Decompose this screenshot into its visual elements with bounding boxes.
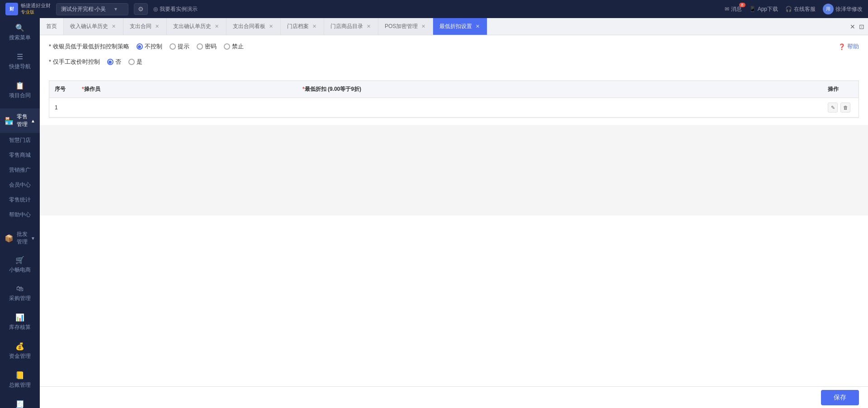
- member-label: 会员中心: [9, 181, 31, 189]
- tab-pos-password-close[interactable]: ✕: [420, 23, 426, 29]
- app-download-label: App下载: [758, 5, 778, 13]
- discount-strategy-radio-group: 不控制 提示 密码 禁止: [137, 42, 244, 51]
- radio-no-control-btn[interactable]: [137, 43, 143, 50]
- radio-manual-no[interactable]: 否: [107, 58, 121, 66]
- retail-mall-label: 零售商城: [9, 151, 31, 159]
- manual-price-row: * 仅手工改价时控制 否 是: [49, 58, 859, 66]
- radio-password[interactable]: 密码: [197, 42, 217, 51]
- tab-store-product-close[interactable]: ✕: [366, 23, 372, 29]
- sidebar-item-inventory[interactable]: 📊 库存核算: [0, 308, 40, 337]
- edit-row-button[interactable]: ✎: [828, 103, 838, 113]
- tab-min-discount-label: 最低折扣设置: [439, 23, 472, 30]
- radio-remind[interactable]: 提示: [170, 42, 189, 51]
- tab-home-label: 首页: [46, 23, 57, 30]
- radio-no-control[interactable]: 不控制: [137, 42, 162, 51]
- gear-button[interactable]: ⚙: [134, 3, 148, 15]
- table-row: 1 ✎ 🗑: [49, 98, 859, 117]
- tab-min-discount-close[interactable]: ✕: [475, 23, 481, 29]
- tab-income-confirm-close[interactable]: ✕: [111, 23, 117, 29]
- radio-password-btn[interactable]: [197, 43, 203, 50]
- sidebar-item-help[interactable]: 帮助中心: [0, 207, 40, 222]
- marketing-label: 营销推广: [9, 166, 31, 174]
- radio-remind-btn[interactable]: [170, 43, 176, 50]
- radio-forbid-btn[interactable]: [224, 43, 230, 50]
- radio-forbid[interactable]: 禁止: [224, 42, 244, 51]
- sidebar: 🔍 搜索菜单 ☰ 快捷导航 📋 项目合同 🏪 零售管理 ▲ 智慧门店 零售商城 …: [0, 18, 40, 408]
- help-link[interactable]: ❓ 帮助: [838, 42, 859, 51]
- tab-store-file[interactable]: 门店档案 ✕: [281, 18, 324, 35]
- sidebar-item-smart-store[interactable]: 智慧门店: [0, 133, 40, 148]
- sidebar-item-invoice[interactable]: 🧾 发票管理: [0, 394, 40, 408]
- user-avatar: 用: [823, 4, 834, 14]
- demo-link[interactable]: ◎ 我要看实例演示: [153, 5, 198, 13]
- app-download-button[interactable]: 📱 App下载: [749, 5, 778, 13]
- sidebar-item-shortcut[interactable]: ☰ 快捷导航: [0, 47, 40, 76]
- tab-store-file-close[interactable]: ✕: [311, 23, 317, 29]
- radio-manual-yes-btn[interactable]: [128, 59, 135, 65]
- inventory-icon: 📊: [15, 313, 24, 322]
- retail-icon: 🏪: [5, 117, 14, 125]
- tab-payment-board[interactable]: 支出合同看板 ✕: [226, 18, 281, 35]
- th-operator: *操作员: [76, 81, 297, 98]
- radio-password-label: 密码: [205, 42, 217, 51]
- tab-payment-contract-label: 支出合同: [130, 23, 151, 30]
- cell-min-discount: [297, 98, 822, 117]
- tab-store-product[interactable]: 门店商品目录 ✕: [324, 18, 378, 35]
- main-layout: 🔍 搜索菜单 ☰ 快捷导航 📋 项目合同 🏪 零售管理 ▲ 智慧门店 零售商城 …: [0, 18, 868, 408]
- th-action: 操作: [822, 81, 859, 98]
- online-service-label: 在线客服: [794, 5, 816, 13]
- manual-price-radio-group: 否 是: [107, 58, 142, 66]
- th-seq: 序号: [49, 81, 76, 98]
- sidebar-item-member[interactable]: 会员中心: [0, 178, 40, 192]
- discount-strategy-row: * 收银员低于最低折扣控制策略 不控制 提示 密码: [49, 42, 859, 51]
- discount-table: 序号 *操作员 *最低折扣 (9.00等于9折) 操作 1: [49, 81, 859, 117]
- retail-stats-label: 零售统计: [9, 196, 31, 204]
- tab-pos-password-label: POS加密管理: [385, 23, 418, 30]
- retail-expand-icon: ▲: [31, 118, 35, 123]
- tab-expand-button[interactable]: ⊡: [859, 23, 864, 30]
- tab-actions: ✕ ⊡: [846, 23, 868, 30]
- sidebar-item-retail-mall[interactable]: 零售商城: [0, 148, 40, 163]
- sidebar-search-label: 搜索菜单: [9, 34, 31, 42]
- sidebar-item-ledger[interactable]: 📒 总账管理: [0, 366, 40, 394]
- radio-no-control-label: 不控制: [145, 42, 162, 51]
- sidebar-item-ecommerce[interactable]: 🛒 小畅电商: [0, 250, 40, 279]
- messages-button[interactable]: ✉ 消息 8: [725, 5, 742, 13]
- tab-payment-confirm-close[interactable]: ✕: [214, 23, 220, 29]
- sidebar-item-project-contract[interactable]: 📋 项目合同: [0, 76, 40, 105]
- top-right-actions: ✉ 消息 8 📱 App下载 🎧 在线客服 用 徐泽华修改: [725, 4, 863, 14]
- top-bar: 财 畅捷通好业财 专业版 测试分开完程·小吴 ▾ ⚙ ◎ 我要看实例演示 ✉ 消…: [0, 0, 868, 18]
- delete-row-button[interactable]: 🗑: [840, 103, 850, 113]
- phone-icon: 📱: [749, 6, 756, 12]
- content-area: 首页 收入确认单历史 ✕ 支出合同 ✕ 支出确认单历史 ✕ 支出合同看板 ✕ 门…: [40, 18, 868, 408]
- sidebar-shortcut-label: 快捷导航: [9, 63, 31, 70]
- tab-payment-contract-close[interactable]: ✕: [154, 23, 160, 29]
- radio-manual-yes[interactable]: 是: [128, 58, 142, 66]
- tab-pos-password[interactable]: POS加密管理 ✕: [378, 18, 433, 35]
- online-service-button[interactable]: 🎧 在线客服: [785, 5, 816, 13]
- tab-min-discount[interactable]: 最低折扣设置 ✕: [433, 18, 487, 35]
- logo-icon: 财: [5, 3, 18, 15]
- settings-panel: * 收银员低于最低折扣控制策略 不控制 提示 密码: [40, 35, 868, 80]
- project-selector[interactable]: 测试分开完程·小吴 ▾: [56, 3, 128, 15]
- tab-payment-confirm-label: 支出确认单历史: [173, 23, 211, 30]
- user-area[interactable]: 用 徐泽华修改: [823, 4, 863, 14]
- sidebar-item-marketing[interactable]: 营销推广: [0, 163, 40, 178]
- save-button[interactable]: 保存: [821, 390, 859, 405]
- tab-close-all-button[interactable]: ✕: [850, 23, 855, 30]
- sidebar-item-purchase[interactable]: 🛍 采购管理: [0, 279, 40, 308]
- sidebar-item-search[interactable]: 🔍 搜索菜单: [0, 18, 40, 47]
- tab-payment-contract[interactable]: 支出合同 ✕: [123, 18, 167, 35]
- tab-payment-board-close[interactable]: ✕: [268, 23, 274, 29]
- search-icon: 🔍: [15, 23, 24, 32]
- radio-manual-no-btn[interactable]: [107, 59, 113, 65]
- tab-payment-confirm[interactable]: 支出确认单历史 ✕: [167, 18, 226, 35]
- wholesale-icon: 📦: [5, 234, 14, 243]
- sidebar-item-retail-stats[interactable]: 零售统计: [0, 192, 40, 207]
- tab-home[interactable]: 首页: [40, 18, 64, 35]
- sidebar-item-finance[interactable]: 💰 资金管理: [0, 337, 40, 366]
- tab-income-confirm[interactable]: 收入确认单历史 ✕: [64, 18, 123, 35]
- sidebar-item-wholesale[interactable]: 📦 批发管理 ▼: [0, 226, 40, 250]
- sidebar-item-retail[interactable]: 🏪 零售管理 ▲: [0, 108, 40, 133]
- ledger-icon: 📒: [15, 371, 24, 380]
